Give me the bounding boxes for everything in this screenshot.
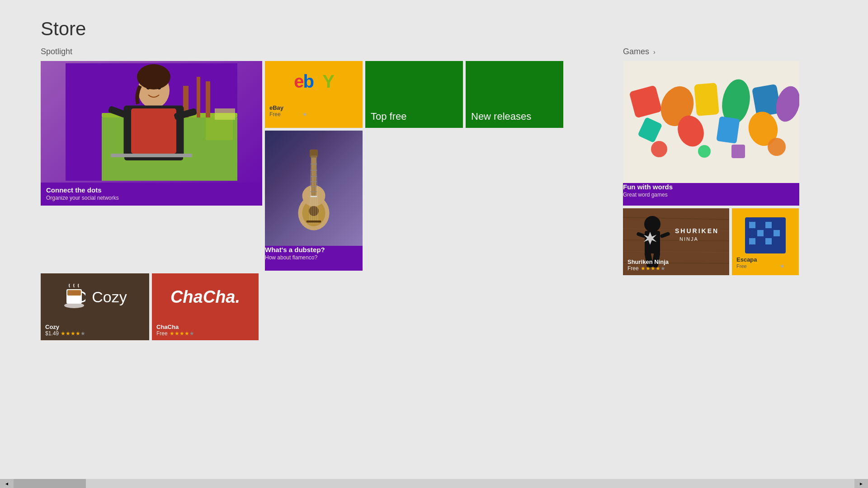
cozy-price: $1.49 xyxy=(45,330,59,337)
svg-rect-33 xyxy=(311,170,317,170)
svg-rect-74 xyxy=(757,222,764,228)
svg-rect-44 xyxy=(694,83,719,116)
fun-words-subtitle: Great word games xyxy=(623,192,799,198)
chacha-footer: ChaCha Free ★★★★★ xyxy=(152,321,259,340)
svg-rect-17 xyxy=(215,108,235,120)
guitar-svg xyxy=(287,143,341,234)
guitar-tile[interactable]: What's a dubstep? How about flamenco? xyxy=(265,131,363,271)
scroll-track[interactable] xyxy=(14,479,868,488)
svg-rect-34 xyxy=(311,176,317,176)
connect-dots-svg xyxy=(66,63,237,181)
cozy-footer: Cozy $1.49 ★★★★★ xyxy=(41,321,149,340)
guitar-image xyxy=(265,131,363,246)
svg-rect-77 xyxy=(757,230,764,236)
cozy-stars: ★★★★★ xyxy=(61,330,85,337)
cozy-brand-name: Cozy xyxy=(92,288,127,306)
svg-rect-82 xyxy=(765,238,772,244)
svg-text:★★★★: ★★★★ xyxy=(755,263,774,269)
shuriken-ninja-tile[interactable]: SHURIKEN NINJA Shuriken Ninja Free ★★★★★ xyxy=(623,208,729,275)
svg-text:NINJA: NINJA xyxy=(679,236,698,242)
scroll-right-arrow[interactable]: ► xyxy=(854,479,868,488)
cozy-name: Cozy xyxy=(45,324,145,330)
ebay-name: eBay xyxy=(269,104,358,111)
top-free-label: Top free xyxy=(371,111,407,122)
escapa-svg: Escapa Free ★★★★ ★ xyxy=(732,208,799,275)
games-section: Games › xyxy=(623,47,799,340)
top-free-tile[interactable]: Top free xyxy=(365,61,463,128)
ebay-tile[interactable]: ebaY eBay Free ★★★★★ xyxy=(265,61,363,128)
svg-rect-37 xyxy=(311,191,317,192)
svg-rect-31 xyxy=(311,196,317,197)
svg-rect-73 xyxy=(749,222,755,228)
games-chevron: › xyxy=(653,48,656,56)
connect-dots-tile[interactable]: Connect the dots Organize your social ne… xyxy=(41,61,262,206)
cozy-main-area: Cozy xyxy=(41,273,149,321)
svg-rect-16 xyxy=(206,117,233,140)
chacha-main-area: ChaCha. xyxy=(152,273,259,321)
scrollbar: ◄ ► xyxy=(0,479,868,488)
fun-words-name: Fun with words xyxy=(623,183,799,191)
svg-point-52 xyxy=(651,141,667,157)
svg-rect-63 xyxy=(645,231,660,253)
svg-rect-32 xyxy=(311,164,317,164)
guitar-subtitle: How about flamenco? xyxy=(265,254,363,261)
svg-point-53 xyxy=(698,145,711,158)
svg-rect-8 xyxy=(131,108,176,154)
svg-rect-4 xyxy=(197,77,200,117)
svg-rect-36 xyxy=(311,186,317,187)
connect-dots-name: Connect the dots xyxy=(46,186,257,194)
connect-dots-image xyxy=(41,61,262,183)
svg-text:SHURIKEN: SHURIKEN xyxy=(675,227,719,235)
svg-point-39 xyxy=(64,303,84,308)
svg-rect-30 xyxy=(307,220,321,222)
svg-text:★: ★ xyxy=(780,263,785,269)
escapa-area: Escapa Free ★★★★ ★ xyxy=(732,208,799,275)
svg-rect-15 xyxy=(111,154,192,157)
svg-rect-35 xyxy=(311,181,317,182)
svg-rect-54 xyxy=(731,145,745,158)
svg-point-62 xyxy=(644,216,660,232)
escapa-tile[interactable]: Escapa Free ★★★★ ★ xyxy=(732,208,799,275)
ebay-logo: ebaY xyxy=(294,71,334,92)
svg-point-14 xyxy=(137,64,170,89)
svg-rect-79 xyxy=(774,230,780,236)
new-releases-label: New releases xyxy=(471,111,531,122)
svg-rect-81 xyxy=(757,238,764,244)
svg-rect-75 xyxy=(765,222,772,228)
ebay-logo-area: ebaY xyxy=(265,61,363,102)
svg-rect-50 xyxy=(716,116,740,144)
shuriken-name: Shuriken Ninja xyxy=(627,258,725,265)
new-releases-tile[interactable]: New releases xyxy=(466,61,563,128)
svg-rect-76 xyxy=(749,230,755,236)
fun-words-tile[interactable]: Fun with words Great word games xyxy=(623,61,799,206)
svg-rect-80 xyxy=(749,238,755,244)
spotlight-section: Spotlight xyxy=(41,47,563,340)
cozy-tile[interactable]: Cozy Cozy $1.49 ★★★★★ xyxy=(41,273,149,340)
svg-rect-40 xyxy=(67,290,81,296)
guitar-name: What's a dubstep? xyxy=(265,246,363,253)
fun-words-image xyxy=(623,61,799,183)
chacha-stars: ★★★★★ xyxy=(170,330,194,337)
connect-dots-footer: Connect the dots Organize your social ne… xyxy=(41,183,262,206)
ebay-footer: eBay Free ★★★★★ xyxy=(265,102,363,121)
svg-text:Escapa: Escapa xyxy=(736,256,757,263)
ebay-stars: ★★★★★ xyxy=(283,111,307,117)
cozy-cup-icon xyxy=(63,284,85,311)
scroll-left-arrow[interactable]: ◄ xyxy=(0,479,14,488)
shuriken-price: Free xyxy=(627,265,639,272)
shuriken-area: SHURIKEN NINJA Shuriken Ninja Free ★★★★★ xyxy=(623,208,729,275)
scroll-thumb[interactable] xyxy=(14,479,86,488)
fun-words-footer: Fun with words Great word games xyxy=(623,183,799,198)
page-title: Store xyxy=(41,18,827,40)
games-label[interactable]: Games › xyxy=(623,47,656,56)
guitar-footer: What's a dubstep? How about flamenco? xyxy=(265,246,363,261)
svg-rect-83 xyxy=(774,238,780,244)
shuriken-footer: Shuriken Ninja Free ★★★★★ xyxy=(623,256,729,275)
chacha-price: Free xyxy=(156,330,168,337)
toys-svg xyxy=(623,61,799,183)
spotlight-label: Spotlight xyxy=(41,47,72,56)
svg-point-55 xyxy=(768,138,786,156)
chacha-tile[interactable]: ChaCha. ChaCha Free ★★★★★ xyxy=(152,273,259,340)
svg-text:Free: Free xyxy=(736,263,747,269)
connect-dots-subtitle: Organize your social networks xyxy=(46,195,257,201)
